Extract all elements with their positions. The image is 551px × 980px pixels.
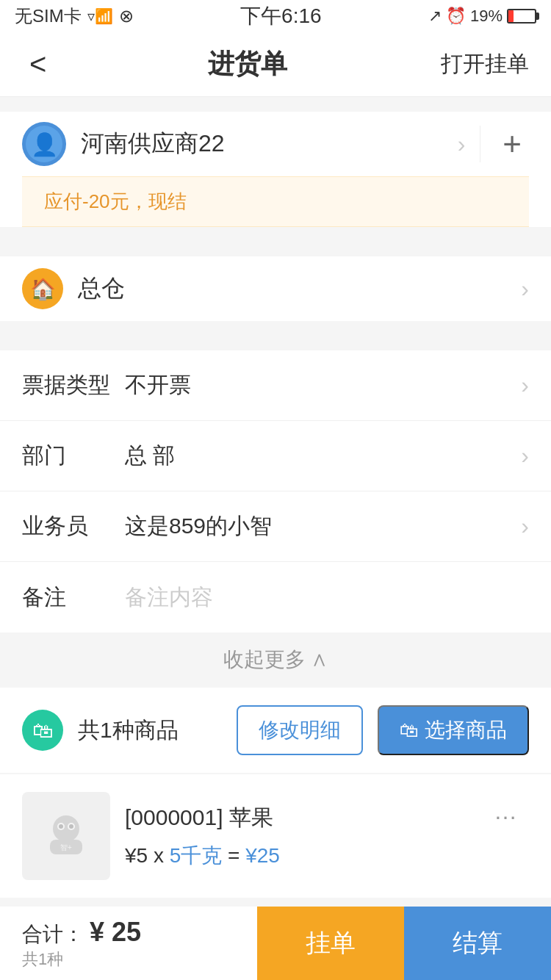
bag-icon: 🛍: [32, 718, 53, 743]
product-title: 苹果: [229, 805, 273, 829]
product-more-button[interactable]: …: [482, 792, 529, 831]
price-multiply: x: [154, 844, 170, 867]
battery-icon: [507, 9, 536, 24]
remark-row[interactable]: 备注 备注内容: [0, 562, 551, 633]
total-price: ¥25: [245, 844, 280, 867]
supplier-notice: 应付-20元，现结: [22, 176, 529, 227]
salesman-value: 这是859的小智: [118, 511, 514, 541]
product-thumbnail: 智+: [22, 792, 110, 880]
unit-price: ¥5: [125, 844, 148, 867]
price-equals: =: [228, 844, 245, 867]
owl-placeholder-icon: 智+: [37, 807, 96, 865]
status-left: 无SIM卡 ▿📶 ⊗: [15, 4, 134, 28]
select-product-label: 选择商品: [425, 716, 507, 744]
person-icon: 👤: [31, 131, 58, 157]
collapse-bar[interactable]: 收起更多 ∧: [0, 633, 551, 686]
dept-value: 总 部: [118, 441, 514, 471]
main-content: 👤 河南供应商22 › + 应付-20元，现结 🏠 总仓 › 票据类型 不开票 …: [0, 97, 551, 980]
product-code: [0000001]: [125, 805, 223, 829]
svg-point-0: [53, 815, 79, 842]
warehouse-icon: 🏠: [22, 268, 63, 309]
warehouse-row[interactable]: 🏠 总仓 ›: [22, 256, 529, 321]
add-supplier-button[interactable]: +: [495, 118, 529, 170]
select-product-icon: 🛍: [400, 719, 419, 742]
status-time: 下午6:16: [240, 2, 322, 30]
salesman-row[interactable]: 业务员 这是859的小智 ›: [0, 491, 551, 562]
bottom-bar: 合计： ¥ 25 共1种 挂单 结算: [0, 907, 551, 980]
form-section: 票据类型 不开票 › 部门 总 部 › 业务员 这是859的小智 › 备注 备注…: [0, 350, 551, 633]
total-count: 共1种: [22, 948, 257, 970]
supplier-chevron-icon: ›: [458, 131, 466, 158]
house-icon: 🏠: [30, 277, 56, 301]
wifi-icon: ▿📶: [87, 7, 113, 25]
total-amount: ¥ 25: [90, 917, 141, 948]
invoice-row[interactable]: 票据类型 不开票 ›: [0, 350, 551, 421]
quantity: 5千克: [170, 844, 223, 867]
battery-percent: 19%: [470, 7, 503, 26]
svg-text:智+: 智+: [60, 843, 72, 851]
product-count-icon: 🛍: [22, 710, 63, 751]
select-product-button[interactable]: 🛍 选择商品: [378, 705, 529, 755]
hang-button[interactable]: 挂单: [257, 907, 404, 980]
checkout-button[interactable]: 结算: [404, 907, 551, 980]
dept-row[interactable]: 部门 总 部 ›: [0, 421, 551, 491]
supplier-row[interactable]: 👤 河南供应商22 › +: [22, 112, 529, 176]
modify-detail-button[interactable]: 修改明细: [237, 705, 363, 755]
wifi-signal: ⊗: [119, 6, 134, 26]
supplier-avatar: 👤: [22, 122, 66, 166]
svg-point-3: [59, 824, 63, 829]
warehouse-section: 🏠 总仓 ›: [0, 256, 551, 321]
product-info: [0000001] 苹果 ¥5 x 5千克 = ¥25: [125, 803, 467, 870]
status-bar: 无SIM卡 ▿📶 ⊗ 下午6:16 ↗ ⏰ 19%: [0, 0, 551, 32]
salesman-chevron-icon: ›: [521, 513, 529, 540]
invoice-chevron-icon: ›: [521, 372, 529, 399]
product-count-text: 共1种商品: [78, 716, 222, 746]
product-header: 🛍 共1种商品 修改明细 🛍 选择商品: [0, 688, 551, 773]
location-icon: ↗: [428, 7, 442, 26]
open-pending-button[interactable]: 打开挂单: [441, 49, 529, 79]
remark-placeholder: 备注内容: [118, 583, 529, 613]
invoice-value: 不开票: [118, 370, 514, 400]
vertical-divider: [480, 126, 480, 162]
carrier-text: 无SIM卡: [15, 4, 82, 28]
supplier-section: 👤 河南供应商22 › + 应付-20元，现结: [0, 112, 551, 227]
invoice-label: 票据类型: [22, 370, 118, 400]
supplier-name: 河南供应商22: [81, 128, 450, 160]
page-title: 进货单: [208, 46, 287, 82]
svg-point-4: [69, 824, 73, 829]
warehouse-chevron-icon: ›: [521, 275, 529, 303]
product-item: 智+ [0000001] 苹果 ¥5 x 5千克 = ¥25 …: [0, 774, 551, 898]
dept-label: 部门: [22, 441, 118, 471]
total-label: 合计：: [22, 920, 84, 948]
total-section: 合计： ¥ 25 共1种: [0, 907, 257, 980]
remark-label: 备注: [22, 583, 118, 613]
salesman-label: 业务员: [22, 511, 118, 541]
nav-bar: < 进货单 打开挂单: [0, 32, 551, 97]
back-button[interactable]: <: [22, 40, 54, 88]
warehouse-name: 总仓: [78, 273, 514, 305]
product-name: [0000001] 苹果: [125, 803, 467, 833]
status-right: ↗ ⏰ 19%: [428, 7, 536, 26]
product-price: ¥5 x 5千克 = ¥25: [125, 842, 467, 870]
dept-chevron-icon: ›: [521, 442, 529, 469]
alarm-icon: ⏰: [446, 7, 466, 26]
